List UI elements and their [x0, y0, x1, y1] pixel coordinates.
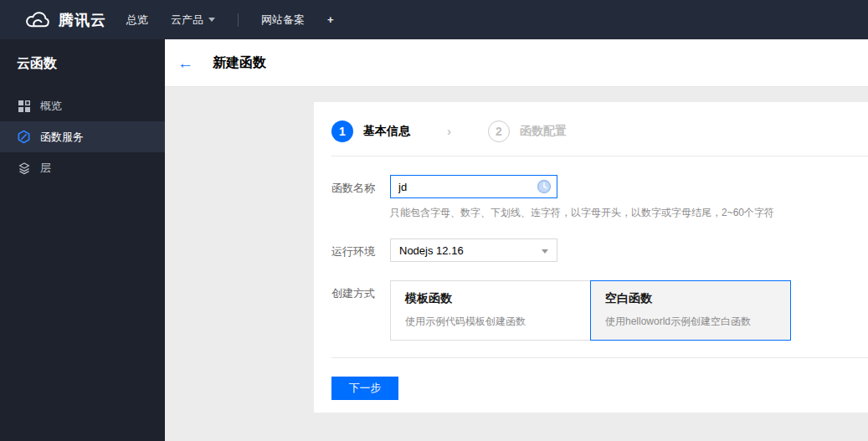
page-title: 新建函数 — [213, 54, 266, 72]
step-indicator: 1 基本信息 › 2 函数配置 — [331, 120, 868, 142]
function-name-input-wrap — [390, 175, 557, 198]
sidebar-item-label: 概览 — [40, 99, 62, 114]
chevron-down-icon — [542, 249, 548, 254]
brand-name: 腾讯云 — [59, 10, 106, 30]
scf-icon — [17, 130, 31, 144]
function-name-input[interactable] — [390, 175, 557, 198]
sidebar-menu: 概览 函数服务 层 — [0, 90, 165, 183]
footer-separator — [331, 357, 868, 358]
step-1-label: 基本信息 — [363, 124, 410, 139]
back-arrow-icon[interactable]: ← — [177, 55, 193, 71]
nav-cloud-products[interactable]: 云产品 — [171, 13, 215, 28]
runtime-label: 运行环境 — [331, 238, 390, 262]
creation-method-options: 模板函数 使用示例代码模板创建函数 空白函数 使用helloworld示例创建空… — [390, 280, 791, 341]
sidebar-item-label: 层 — [40, 161, 51, 176]
step-2-label: 函数配置 — [520, 124, 567, 139]
layers-icon — [17, 161, 31, 175]
method-card-desc: 使用helloworld示例创建空白函数 — [605, 315, 776, 329]
next-step-button[interactable]: 下一步 — [331, 377, 398, 400]
create-function-card: 1 基本信息 › 2 函数配置 函数名称 — [314, 102, 868, 413]
function-name-hint: 只能包含字母、数字、下划线、连字符，以字母开头，以数字或字母结尾，2~60个字符 — [390, 206, 774, 220]
nav-cloud-products-label: 云产品 — [171, 13, 203, 28]
basic-info-form: 函数名称 只能包含字母、数字、下划线、连字符，以字母开头，以数字或字母结尾，2 — [331, 175, 868, 341]
chevron-down-icon — [208, 18, 215, 22]
method-card-template-function[interactable]: 模板函数 使用示例代码模板创建函数 — [390, 280, 591, 341]
tencent-cloud-logo-icon — [23, 10, 51, 30]
method-card-blank-function[interactable]: 空白函数 使用helloworld示例创建空白函数 — [590, 280, 791, 341]
sidebar-item-layers[interactable]: 层 — [0, 152, 165, 183]
sidebar: 云函数 概览 函数服务 — [0, 39, 165, 441]
method-card-title: 模板函数 — [405, 291, 576, 306]
nav-icp-record-label: 网站备案 — [261, 13, 305, 28]
grid-icon — [17, 99, 31, 113]
nav-add-tab-button[interactable]: + — [327, 13, 334, 26]
creation-method-row: 创建方式 模板函数 使用示例代码模板创建函数 空白函数 使用helloworld… — [331, 280, 868, 341]
nav-overview-label: 总览 — [126, 13, 148, 28]
nav-overview[interactable]: 总览 — [126, 13, 148, 28]
sidebar-item-function-service[interactable]: 函数服务 — [0, 121, 165, 152]
validating-clock-icon — [537, 179, 552, 194]
function-name-label: 函数名称 — [331, 175, 390, 220]
runtime-selected-value: Nodejs 12.16 — [399, 244, 464, 257]
runtime-select[interactable]: Nodejs 12.16 — [390, 238, 557, 262]
brand[interactable]: 腾讯云 — [0, 10, 106, 30]
step-2-circle: 2 — [488, 121, 510, 142]
page-header: ← 新建函数 — [165, 39, 868, 87]
step-1-circle: 1 — [331, 121, 353, 142]
method-card-title: 空白函数 — [605, 291, 776, 306]
runtime-row: 运行环境 Nodejs 12.16 — [331, 238, 868, 262]
plus-icon: + — [327, 13, 334, 26]
creation-method-label: 创建方式 — [331, 280, 390, 341]
sidebar-item-label: 函数服务 — [40, 130, 84, 145]
method-card-desc: 使用示例代码模板创建函数 — [405, 315, 576, 329]
top-navbar: 腾讯云 总览 云产品 网站备案 + — [0, 0, 868, 39]
nav-icp-record[interactable]: 网站备案 — [261, 13, 305, 28]
sidebar-item-overview[interactable]: 概览 — [0, 90, 165, 121]
step-chevron-icon: › — [447, 124, 451, 138]
steps-separator — [331, 156, 868, 156]
sidebar-title: 云函数 — [0, 39, 165, 90]
nav-divider — [238, 13, 239, 27]
content-area: 1 基本信息 › 2 函数配置 函数名称 — [165, 88, 868, 441]
top-nav-menu: 总览 云产品 网站备案 + — [126, 13, 357, 28]
function-name-row: 函数名称 只能包含字母、数字、下划线、连字符，以字母开头，以数字或字母结尾，2 — [331, 175, 868, 220]
